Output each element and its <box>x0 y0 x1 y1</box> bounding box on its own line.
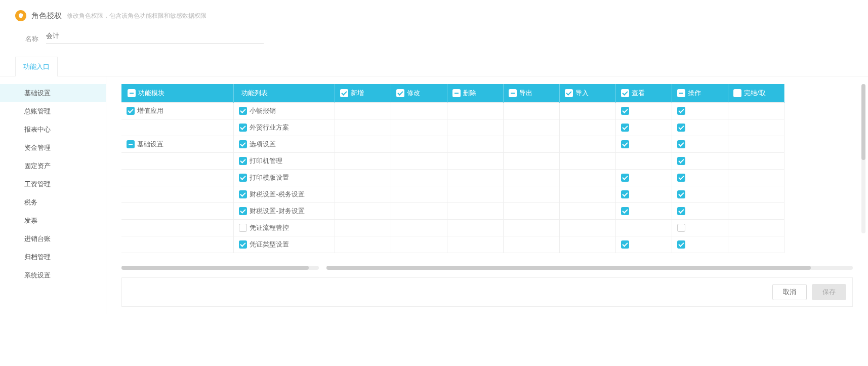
permission-cell <box>560 136 616 153</box>
permission-cell <box>335 170 391 186</box>
table-row: 财税设置-税务设置 <box>121 186 784 203</box>
column-label: 查看 <box>632 89 645 97</box>
checkbox[interactable] <box>677 107 685 115</box>
checkbox[interactable] <box>396 89 404 97</box>
permission-cell <box>504 203 560 220</box>
horizontal-scrollbar-right[interactable] <box>326 266 853 270</box>
column-header[interactable]: 删除 <box>447 84 504 103</box>
table-row: 凭证类型设置 <box>121 236 784 253</box>
checkbox[interactable] <box>127 140 135 148</box>
sidebar-item[interactable]: 资金管理 <box>0 139 106 157</box>
sidebar-item[interactable]: 固定资产 <box>0 157 106 175</box>
permission-cell <box>560 236 616 253</box>
permission-cell <box>447 186 504 203</box>
sidebar-item[interactable]: 系统设置 <box>0 266 106 284</box>
checkbox[interactable] <box>621 190 629 198</box>
checkbox[interactable] <box>621 89 629 97</box>
checkbox[interactable] <box>621 207 629 215</box>
permission-cell <box>560 203 616 220</box>
checkbox[interactable] <box>127 107 135 115</box>
column-header[interactable]: 操作 <box>672 84 728 103</box>
permission-cell <box>391 119 447 136</box>
checkbox[interactable] <box>239 190 247 198</box>
checkbox[interactable] <box>239 140 247 148</box>
checkbox[interactable] <box>621 140 629 148</box>
checkbox[interactable] <box>677 190 685 198</box>
save-button[interactable]: 保存 <box>812 284 846 300</box>
sidebar-item[interactable]: 总账管理 <box>0 102 106 120</box>
column-header[interactable]: 查看 <box>616 84 672 103</box>
column-header[interactable]: 功能模块 <box>121 84 234 103</box>
permission-cell <box>728 153 784 170</box>
sidebar-item[interactable]: 报表中心 <box>0 120 106 139</box>
permission-cell <box>335 203 391 220</box>
checkbox[interactable] <box>239 107 247 115</box>
sidebar-item[interactable]: 进销台账 <box>0 230 106 248</box>
checkbox[interactable] <box>677 174 685 182</box>
checkbox[interactable] <box>677 207 685 215</box>
sidebar-item[interactable]: 归档管理 <box>0 248 106 266</box>
checkbox[interactable] <box>239 224 247 232</box>
sidebar-item[interactable]: 工资管理 <box>0 175 106 193</box>
permission-cell <box>504 153 560 170</box>
column-header[interactable]: 导入 <box>560 84 616 103</box>
column-label: 导入 <box>575 89 589 97</box>
function-cell: 打印模版设置 <box>234 170 335 186</box>
checkbox[interactable] <box>677 124 685 132</box>
sidebar-item[interactable]: 基础设置 <box>0 84 106 102</box>
permission-cell <box>728 103 784 119</box>
checkbox[interactable] <box>565 89 573 97</box>
checkbox[interactable] <box>677 224 685 232</box>
column-header[interactable]: 新增 <box>335 84 391 103</box>
permission-cell <box>447 103 504 119</box>
checkbox[interactable] <box>621 174 629 182</box>
checkbox[interactable] <box>621 107 629 115</box>
checkbox[interactable] <box>677 157 685 165</box>
column-label: 删除 <box>463 89 476 97</box>
checkbox[interactable] <box>677 89 685 97</box>
checkbox[interactable] <box>239 207 247 215</box>
checkbox[interactable] <box>239 124 247 132</box>
checkbox[interactable] <box>128 89 136 97</box>
sidebar-item[interactable]: 发票 <box>0 212 106 230</box>
checkbox[interactable] <box>677 140 685 148</box>
cancel-button[interactable]: 取消 <box>772 284 807 300</box>
column-label: 新增 <box>351 89 364 97</box>
checkbox[interactable] <box>621 240 629 249</box>
permission-cell <box>391 153 447 170</box>
permission-cell <box>391 136 447 153</box>
module-cell <box>121 203 234 220</box>
checkbox[interactable] <box>340 89 348 97</box>
checkbox[interactable] <box>733 89 741 97</box>
sidebar: 基础设置总账管理报表中心资金管理固定资产工资管理税务发票进销台账归档管理系统设置 <box>0 76 106 314</box>
permission-cell <box>447 203 504 220</box>
table-row: 外贸行业方案 <box>121 119 784 136</box>
table-row: 基础设置选项设置 <box>121 136 784 153</box>
column-header[interactable]: 完结/取 <box>728 84 784 103</box>
checkbox[interactable] <box>621 124 629 132</box>
column-header[interactable]: 功能列表 <box>234 84 335 103</box>
permission-cell <box>616 236 672 253</box>
sidebar-item[interactable]: 税务 <box>0 193 106 212</box>
checkbox[interactable] <box>239 174 247 182</box>
permission-cell <box>335 220 391 236</box>
checkbox[interactable] <box>452 89 461 97</box>
checkbox[interactable] <box>677 240 685 249</box>
column-header[interactable]: 修改 <box>391 84 447 103</box>
checkbox[interactable] <box>509 89 517 97</box>
column-header[interactable]: 导出 <box>504 84 560 103</box>
vertical-scrollbar[interactable] <box>861 84 865 233</box>
permission-cell <box>335 119 391 136</box>
column-label: 操作 <box>688 89 701 97</box>
checkbox[interactable] <box>239 157 247 165</box>
horizontal-scrollbar-left[interactable] <box>121 266 319 270</box>
function-cell: 财税设置-财务设置 <box>234 203 335 220</box>
name-input[interactable]: 会计 <box>46 31 264 44</box>
permissions-table-wrap: 功能模块功能列表新增修改删除导出导入查看操作完结/取增值应用小畅报销外贸行业方案… <box>121 84 868 263</box>
tab-function-entry[interactable]: 功能入口 <box>15 57 58 76</box>
permission-cell <box>728 236 784 253</box>
checkbox[interactable] <box>239 240 247 249</box>
permission-cell <box>447 153 504 170</box>
name-label: 名称 <box>25 34 38 44</box>
permission-cell <box>335 186 391 203</box>
